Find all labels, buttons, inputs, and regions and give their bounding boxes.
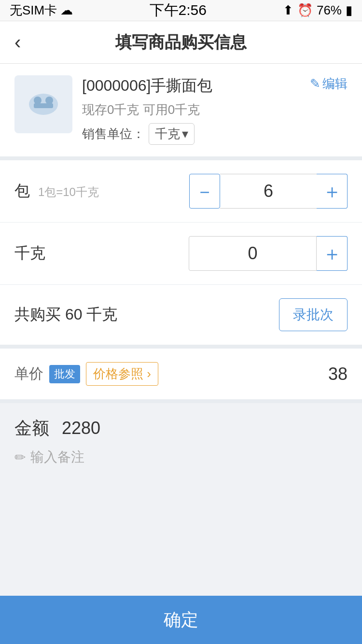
status-time: 下午2:56: [150, 0, 207, 20]
amount-section: 金额 2280 ✏ 输入备注: [0, 403, 362, 476]
amount-value: 2280: [62, 418, 100, 438]
price-section: 单价 批发 价格参照 › 38: [0, 349, 362, 403]
edit-button[interactable]: ✎ 编辑: [310, 75, 348, 92]
note-row[interactable]: ✏ 输入备注: [14, 448, 348, 466]
svg-point-1: [34, 97, 42, 104]
product-unit: 销售单位： 千克 ▾: [82, 123, 348, 145]
sim-status: 无SIM卡 ☁: [10, 2, 73, 19]
edit-icon: ✎: [310, 76, 320, 91]
status-bar: 无SIM卡 ☁ 下午2:56 ⬆ ⏰ 76% ▮: [0, 0, 362, 21]
confirm-button[interactable]: 确定: [0, 596, 362, 644]
pack-input-row: 包 1包=10千克 － ＋: [0, 160, 362, 223]
alarm-icon: ⏰: [297, 3, 313, 18]
kg-input-row: 千克 ＋: [0, 223, 362, 285]
product-image: [14, 75, 72, 133]
location-icon: ⬆: [283, 3, 293, 18]
product-name: [0000006]手撕面包: [82, 75, 212, 97]
pack-qty-control: － ＋: [189, 174, 348, 209]
product-stock: 现存0千克 可用0千克: [82, 101, 348, 118]
status-right: ⬆ ⏰ 76% ▮: [283, 3, 352, 18]
product-card: [0000006]手撕面包 ✎ 编辑 现存0千克 可用0千克 销售单位： 千克 …: [0, 64, 362, 160]
back-button[interactable]: ‹: [14, 31, 21, 53]
page-title: 填写商品购买信息: [115, 31, 247, 54]
summary-row: 共购买 60 千克 录批次: [0, 285, 362, 349]
pack-plus-button[interactable]: ＋: [317, 174, 348, 209]
summary-text: 共购买 60 千克: [14, 304, 279, 325]
input-section: 包 1包=10千克 － ＋ 千克 ＋: [0, 160, 362, 285]
kg-plus-button[interactable]: ＋: [317, 236, 348, 271]
svg-point-2: [45, 97, 53, 104]
record-batch-button[interactable]: 录批次: [279, 298, 348, 331]
kg-quantity-input[interactable]: [189, 236, 317, 271]
pack-minus-button[interactable]: －: [189, 174, 220, 209]
wholesale-badge: 批发: [49, 365, 80, 383]
unit-select[interactable]: 千克 ▾: [149, 123, 195, 145]
price-reference-button[interactable]: 价格参照 ›: [86, 362, 158, 386]
amount-label: 金额: [14, 418, 49, 438]
pencil-icon: ✏: [14, 449, 26, 465]
status-left: 无SIM卡 ☁: [10, 2, 73, 19]
product-info: [0000006]手撕面包 ✎ 编辑 现存0千克 可用0千克 销售单位： 千克 …: [82, 75, 348, 145]
note-placeholder: 输入备注: [30, 448, 84, 466]
chevron-down-icon: ▾: [182, 126, 188, 141]
pack-quantity-input[interactable]: [220, 174, 317, 209]
price-value: 38: [328, 364, 348, 384]
price-label: 单价: [14, 364, 43, 384]
pack-label: 包 1包=10千克: [14, 181, 189, 202]
svg-rect-3: [34, 103, 53, 108]
amount-row: 金额 2280: [14, 417, 348, 440]
battery-icon: ▮: [346, 3, 352, 18]
battery-level: 76%: [317, 3, 342, 18]
pack-sublabel: 1包=10千克: [38, 185, 99, 198]
nav-bar: ‹ 填写商品购买信息: [0, 21, 362, 64]
kg-qty-control: ＋: [189, 236, 348, 271]
kg-label: 千克: [14, 243, 189, 264]
